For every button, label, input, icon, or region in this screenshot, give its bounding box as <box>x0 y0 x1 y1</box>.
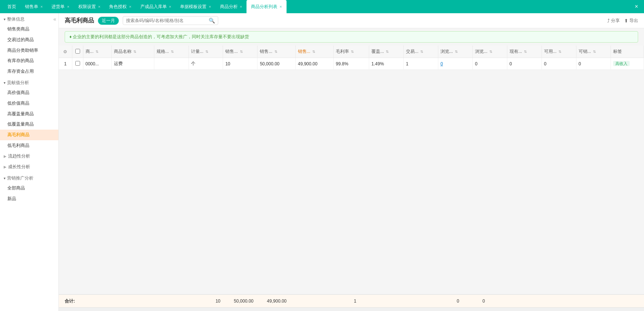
close-icon[interactable]: × <box>169 0 171 13</box>
sidebar-item-new-products[interactable]: 新品 <box>0 194 58 204</box>
row-name: 运费 <box>111 58 154 70</box>
footer-sale-amount: 50,000.00 <box>223 299 256 304</box>
row-coverage: 1.49% <box>369 58 404 70</box>
sidebar-group-contribution[interactable]: ▾ 贡献值分析 <box>0 77 58 87</box>
sort-icon: ⇅ <box>133 50 136 54</box>
sort-icon: ⇅ <box>489 50 492 54</box>
sidebar-item-high-coverage[interactable]: 高覆盖量商品 <box>0 109 58 119</box>
close-all-button[interactable]: × <box>632 3 641 10</box>
col-settings[interactable]: ⚙ <box>59 46 72 58</box>
sidebar-item-in-stock-products[interactable]: 有库存的商品 <box>0 55 58 66</box>
nav-item-product-inbound[interactable]: 产成品入库单 × <box>136 0 176 13</box>
row-checkbox[interactable] <box>75 61 80 66</box>
sort-icon: ⇅ <box>351 50 354 54</box>
row-available: 0 <box>542 58 576 70</box>
sort-icon: ⇅ <box>171 50 174 54</box>
row-sale-count: 10 <box>223 58 258 70</box>
row-sale-amount: 50,000.00 <box>258 58 295 70</box>
close-icon[interactable]: × <box>240 0 242 13</box>
col-current-stock-header[interactable]: 现有... ⇅ <box>507 46 542 58</box>
content-area: 高毛利商品 近一月 🔍 ⤴ 分享 ⬆ 导出 ♦ 企业的主要的利润都是这部分商品创… <box>59 13 644 311</box>
sidebar-item-low-coverage[interactable]: 低覆盖量商品 <box>0 119 58 130</box>
nav-item-permissions[interactable]: 权限设置 × <box>74 0 105 13</box>
nav-item-template[interactable]: 单据模板设置 × <box>176 0 215 13</box>
footer-transaction: 1 <box>333 299 359 304</box>
close-icon[interactable]: × <box>129 0 131 13</box>
filter-month-button[interactable]: 近一月 <box>98 17 119 25</box>
sort-icon: ⇅ <box>205 50 208 54</box>
row-checkbox-cell[interactable] <box>72 58 83 70</box>
col-available-header[interactable]: 可用... ⇅ <box>542 46 576 58</box>
row-browse2: 0 <box>472 58 507 70</box>
row-gross-margin: 99.8% <box>334 58 369 70</box>
chevron-right-icon: ▶ <box>4 165 7 169</box>
close-icon[interactable]: × <box>280 0 282 13</box>
nav-item-roles[interactable]: 角色授权 × <box>105 0 136 13</box>
chevron-right-icon: ▶ <box>4 154 7 158</box>
sidebar-item-stock-capital[interactable]: 库存资金占用 <box>0 66 58 77</box>
col-spec-header[interactable]: 规格... ⇅ <box>154 46 188 58</box>
col-browse2-header[interactable]: 浏览... ⇅ <box>472 46 507 58</box>
sidebar-item-low-value[interactable]: 低价值商品 <box>0 98 58 109</box>
nav-item-home[interactable]: 首页 <box>3 0 21 13</box>
sort-icon: ⇅ <box>312 50 315 54</box>
sidebar-collapse-button[interactable]: « <box>53 16 56 22</box>
search-icon[interactable]: 🔍 <box>209 18 215 23</box>
col-code-header[interactable]: 商... ⇅ <box>83 46 111 58</box>
main-layout: « ▾ 整体信息 销售类商品 交易过的商品 商品分类助销率 有库存的商品 库存资… <box>0 13 644 311</box>
row-current-stock: 0 <box>507 58 542 70</box>
col-sellable-header[interactable]: 可销... ⇅ <box>576 46 611 58</box>
share-button[interactable]: ⤴ 分享 <box>607 18 620 24</box>
sidebar-item-sales-products[interactable]: 销售类商品 <box>0 24 58 35</box>
search-input[interactable] <box>126 18 207 23</box>
close-icon[interactable]: × <box>40 0 43 13</box>
export-button[interactable]: ⬆ 导出 <box>624 18 638 24</box>
sidebar-item-all-products[interactable]: 全部商品 <box>0 183 58 194</box>
close-icon[interactable]: × <box>209 0 211 13</box>
col-coverage-header[interactable]: 覆盖... ⇅ <box>369 46 404 58</box>
col-sale-profit-header[interactable]: 销售... ⇅ <box>295 46 333 58</box>
col-checkbox[interactable] <box>72 46 83 58</box>
chevron-down-icon: ▾ <box>4 81 6 85</box>
select-all-checkbox[interactable] <box>75 49 80 54</box>
sidebar-group-overall[interactable]: ▾ 整体信息 <box>0 13 58 24</box>
row-num: 1 <box>59 58 72 70</box>
col-unit-header[interactable]: 计量... ⇅ <box>188 46 223 58</box>
nav-item-purchase[interactable]: 进货单 × <box>47 0 73 13</box>
col-sale-amount-header[interactable]: 销售... ⇅ <box>258 46 295 58</box>
horizontal-scrollbar[interactable] <box>59 307 644 311</box>
sidebar-group-growth[interactable]: ▶ 成长性分析 <box>0 162 58 172</box>
sidebar-item-traded-products[interactable]: 交易过的商品 <box>0 35 58 45</box>
page-title: 高毛利商品 <box>65 17 94 25</box>
sidebar-group-trend[interactable]: ▶ 流趋性分析 <box>0 151 58 162</box>
settings-icon[interactable]: ⚙ <box>63 49 67 54</box>
col-gross-margin-header[interactable]: 毛利率 ⇅ <box>334 46 369 58</box>
nav-item-product-analysis-list[interactable]: 商品分析列表 × <box>247 0 286 13</box>
col-tag-header[interactable]: 标签 <box>611 46 644 58</box>
sort-icon: ⇅ <box>240 50 243 54</box>
col-browse1-header[interactable]: 浏览... ⇅ <box>438 46 472 58</box>
total-label: 合计: <box>65 298 94 304</box>
sort-icon: ⇅ <box>274 50 277 54</box>
row-spec <box>154 58 188 70</box>
product-table: ⚙ 商... ⇅ 商品名称 ⇅ <box>59 46 644 70</box>
row-browse1[interactable]: 0 <box>438 58 472 70</box>
col-name-header[interactable]: 商品名称 ⇅ <box>111 46 154 58</box>
sidebar-item-category-sales-rate[interactable]: 商品分类助销率 <box>0 45 58 56</box>
sidebar-group-marketing[interactable]: ▾ 营销推广分析 <box>0 172 58 183</box>
col-sale-count-header[interactable]: 销售... ⇅ <box>223 46 258 58</box>
footer-sale-count: 10 <box>201 299 223 304</box>
close-icon[interactable]: × <box>98 0 100 13</box>
sidebar-item-low-margin[interactable]: 低毛利商品 <box>0 140 58 151</box>
nav-item-product-analysis[interactable]: 商品分析 × <box>216 0 247 13</box>
sidebar-item-high-value[interactable]: 高价值商品 <box>0 87 58 98</box>
col-transaction-header[interactable]: 交易... ⇅ <box>404 46 438 58</box>
sort-icon: ⇅ <box>420 50 423 54</box>
footer-sale-profit: 49,900.00 <box>256 299 289 304</box>
row-sale-profit: 49,900.00 <box>295 58 333 70</box>
chevron-down-icon: ▾ <box>4 176 6 180</box>
close-icon[interactable]: × <box>67 0 69 13</box>
sidebar-item-high-margin[interactable]: 高毛利商品 <box>0 130 58 140</box>
nav-item-sales[interactable]: 销售单 × <box>21 0 47 13</box>
footer-sellable: 0 <box>461 299 487 304</box>
